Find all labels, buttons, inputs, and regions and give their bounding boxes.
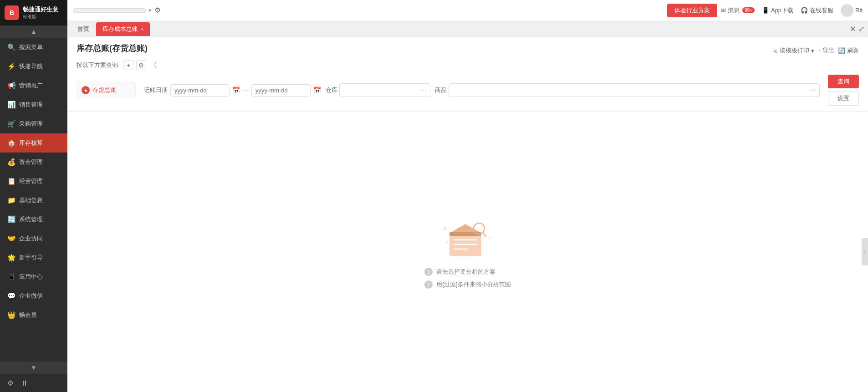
product-input[interactable]: ··· [449,83,820,97]
sidebar-item-quick-nav[interactable]: ⚡ 快捷导航 [0,57,67,76]
empty-state: 1 请先选择要分析的方案 2 用[过滤]条件来缩小分析范围 [424,215,511,289]
marketing-icon: 📢 [7,81,15,90]
empty-svg [440,215,495,260]
filter-more-button[interactable]: ⊘ [136,60,146,70]
filter-bar: 按以下方案查询 + ⊘ 《 [77,60,859,70]
topbar-settings-icon[interactable]: ⚙ [154,6,161,15]
avatar-image [841,4,853,17]
sidebar-scroll-up[interactable]: ▲ [0,25,67,38]
svg-point-8 [444,227,446,230]
content-wrapper: 库存总账(存货总账) 🖨 按模板打印 ▾ ↑ 导出 🔄 刷新 [67,37,868,392]
industry-solution-button[interactable]: 体验行业方案 [667,4,717,17]
sidebar: B 畅捷通好生意 标准版 ▲ 🔍 搜索菜单 ⚡ 快捷导航 📢 营销推广 📊 销售… [0,0,67,392]
refresh-button[interactable]: 🔄 刷新 [838,46,859,55]
main-area: ▾ ⚙ 体验行业方案 ✉ 消息 99+ 📱 App下载 🎧 在线客服 Rit [67,0,868,392]
empty-tips: 1 请先选择要分析的方案 2 用[过滤]条件来缩小分析范围 [424,268,511,289]
expand-panel-button[interactable]: ⤢ [858,25,864,33]
product-more-icon[interactable]: ··· [810,86,816,94]
sidebar-item-wechat[interactable]: 💬 企业微信 [0,286,67,305]
app-center-icon: 📱 [7,273,15,281]
user-avatar[interactable]: Rit [841,4,863,17]
message-button[interactable]: ✉ 消息 99+ [721,6,755,15]
product-filter-field: 商品 ··· [435,83,820,97]
app-download-icon: 📱 [762,7,769,14]
scheme-item-inventory-ledger[interactable]: ★ 存货总账 [77,84,135,96]
breadcrumb-input[interactable] [73,8,146,13]
tab-close-icon[interactable]: × [141,26,143,32]
filter-section-label: 按以下方案查询 [77,61,118,69]
right-panel-toggle[interactable]: › [862,238,868,265]
content-main: 1 请先选择要分析的方案 2 用[过滤]条件来缩小分析范围 › [67,112,868,392]
tab-inventory-ledger[interactable]: 库存成本总账 × [96,22,150,36]
message-icon: ✉ [721,7,726,14]
filter-row: ★ 存货总账 记账日期 📅 — 📅 仓库 [77,75,859,106]
warehouse-input[interactable]: ··· [339,83,430,97]
sidebar-item-app-center[interactable]: 📱 应用中心 [0,267,67,286]
online-service-button[interactable]: 🎧 在线客服 [801,6,833,15]
sidebar-item-inventory[interactable]: 🏠 库存核算 [0,133,67,153]
warehouse-filter-field: 仓库 ··· [326,83,430,97]
scheme-item-icon: ★ [82,86,90,94]
sidebar-item-finance[interactable]: 💰 资金管理 [0,153,67,172]
export-button[interactable]: ↑ 导出 [818,46,835,55]
empty-tip-1: 1 请先选择要分析的方案 [424,268,511,276]
sidebar-footer: ⚙ ⏸ [0,374,67,392]
calendar-end-icon[interactable]: 📅 [313,87,321,94]
app-download-button[interactable]: 📱 App下载 [762,6,793,15]
sidebar-item-enterprise[interactable]: 🤝 企业协同 [0,229,67,248]
page-title: 库存总账(存货总账) [77,43,148,54]
member-icon: 👑 [7,311,15,319]
empty-illustration [440,215,495,260]
sidebar-scroll-down[interactable]: ▼ [0,361,67,374]
print-dropdown-icon: ▾ [811,47,814,54]
calendar-start-icon[interactable]: 📅 [232,87,240,94]
print-template-button[interactable]: 🖨 按模板打印 ▾ [772,46,814,55]
app-logo: B 畅捷通好生意 标准版 [0,0,67,25]
sidebar-item-system[interactable]: 🔄 系统管理 [0,210,67,229]
date-start-input[interactable] [170,84,230,97]
tab-home[interactable]: 首页 [71,22,96,36]
date-end-input[interactable] [251,84,311,97]
sidebar-item-basic-info[interactable]: 📁 基础信息 [0,191,67,210]
topbar: ▾ ⚙ 体验行业方案 ✉ 消息 99+ 📱 App下载 🎧 在线客服 Rit [67,0,868,21]
sidebar-item-member[interactable]: 👑 畅会员 [0,305,67,325]
basic-info-icon: 📁 [7,196,15,204]
guide-icon: 🌟 [7,254,15,262]
search-icon: 🔍 [7,43,15,51]
inventory-icon: 🏠 [7,139,15,147]
warehouse-more-icon[interactable]: ··· [420,86,426,94]
close-panel-button[interactable]: ✕ [850,25,856,33]
sidebar-item-purchase[interactable]: 🛒 采购管理 [0,114,67,133]
svg-marker-1 [449,224,481,233]
empty-tip-2: 2 用[过滤]条件来缩小分析范围 [424,280,511,289]
chevron-down-icon[interactable]: ▾ [148,7,152,14]
scheme-panel: ★ 存货总账 [77,82,136,98]
purchase-icon: 🛒 [7,120,15,128]
print-icon: 🖨 [772,47,778,54]
svg-line-7 [483,233,486,236]
sidebar-item-operation[interactable]: 📋 经营管理 [0,172,67,191]
finance-icon: 💰 [7,158,15,166]
sidebar-item-sales[interactable]: 📊 销售管理 [0,95,67,114]
action-buttons: 查询 设置 [828,75,859,106]
svg-point-10 [446,241,448,243]
wechat-icon: 💬 [7,292,15,300]
tabs-bar: 首页 库存成本总账 × ✕ ⤢ [67,21,868,37]
filter-add-button[interactable]: + [123,60,133,70]
breadcrumb: ▾ ⚙ [73,6,664,15]
sidebar-item-marketing[interactable]: 📢 营销推广 [0,76,67,95]
settings-footer-icon[interactable]: ⚙ [7,379,14,387]
quick-nav-icon: ⚡ [7,62,15,71]
settings-button[interactable]: 设置 [828,91,859,106]
sidebar-nav: 🔍 搜索菜单 ⚡ 快捷导航 📢 营销推广 📊 销售管理 🛒 采购管理 🏠 库存核… [0,38,67,361]
query-button[interactable]: 查询 [828,75,859,88]
sidebar-item-search[interactable]: 🔍 搜索菜单 [0,38,67,57]
service-icon: 🎧 [801,7,808,14]
content-header: 库存总账(存货总账) 🖨 按模板打印 ▾ ↑ 导出 🔄 刷新 [67,37,868,112]
tip-num-1: 1 [424,268,433,276]
filter-collapse-icon[interactable]: 《 [150,61,157,70]
sidebar-item-guide[interactable]: 🌟 新手引导 [0,248,67,267]
refresh-icon: 🔄 [838,47,845,54]
audio-footer-icon[interactable]: ⏸ [21,379,28,387]
date-filter-field: 记账日期 📅 — 📅 [144,84,321,97]
